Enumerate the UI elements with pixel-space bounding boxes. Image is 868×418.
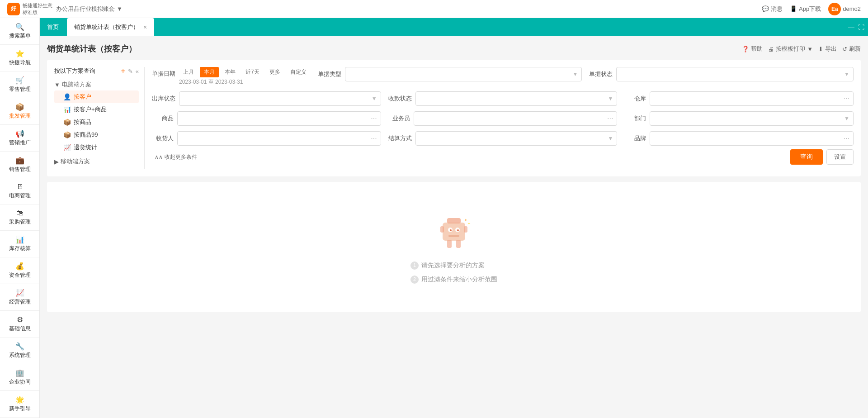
tab-bar: 首页 销货单统计表（按客户） × — ⛶ xyxy=(40,18,868,36)
tab-close-button[interactable]: × xyxy=(143,24,147,31)
guide-icon: 🌟 xyxy=(0,395,39,404)
tab-home[interactable]: 首页 xyxy=(40,18,66,36)
purchase-icon: 🛍 xyxy=(0,209,39,217)
query-button[interactable]: 查询 xyxy=(790,149,823,165)
sidebar-item-ecommerce[interactable]: 🖥 电商管理 xyxy=(0,178,39,204)
sidebar-item-wholesale[interactable]: 📦 批发管理 xyxy=(0,98,39,125)
out-status-arrow: ▼ xyxy=(372,95,377,102)
group-arrow-icon: ▼ xyxy=(54,81,60,88)
logo: 好 畅捷通好生意 标准版 xyxy=(7,2,52,15)
sidebar-item-operations[interactable]: 📈 经营管理 xyxy=(0,284,39,311)
page-header: 销货单统计表（按客户） ❓ 帮助 🖨 按模板打印 ▼ ⬇ xyxy=(47,43,861,54)
tab-minimize-button[interactable]: — xyxy=(848,24,854,31)
date-tab-last-month[interactable]: 上月 xyxy=(179,67,198,77)
settings-button[interactable]: 设置 xyxy=(826,149,854,165)
collapse-button[interactable]: ∧∧ 收起更多条件 xyxy=(152,151,200,164)
tab-active[interactable]: 销货单统计表（按客户） × xyxy=(67,18,154,36)
sidebar-item-search[interactable]: 🔍 搜索菜单 xyxy=(0,18,39,45)
refresh-button[interactable]: ↺ 刷新 xyxy=(842,45,861,53)
svg-point-5 xyxy=(457,229,459,231)
breadcrumb-selector[interactable]: 办公用品行业模拟账套 ▼ xyxy=(56,5,123,13)
sidebar-item-guide[interactable]: 🌟 新手引导 xyxy=(0,391,39,418)
sidebar-item-marketing[interactable]: 📢 营销推广 xyxy=(0,125,39,152)
help-icon: ❓ xyxy=(742,46,749,52)
payment-select[interactable]: ▼ xyxy=(415,131,618,146)
product-dots: ··· xyxy=(371,114,377,123)
department-filter: 部门 ▼ xyxy=(624,111,854,126)
date-tab-more[interactable]: 更多 xyxy=(265,67,284,77)
help-button[interactable]: ❓ 帮助 xyxy=(742,45,763,53)
inventory-icon: 📊 xyxy=(0,235,39,244)
warehouse-dots: ··· xyxy=(844,95,849,103)
brand-select[interactable]: ··· xyxy=(650,131,854,146)
brand-filter: 品牌 ··· xyxy=(624,131,854,146)
sidebar-item-enterprise[interactable]: 🏢 企业协同 xyxy=(0,364,39,391)
sidebar-item-purchase[interactable]: 🛍 采购管理 xyxy=(0,204,39,231)
sidebar-item-inventory[interactable]: 📊 库存核算 xyxy=(0,231,39,257)
page-content: 销货单统计表（按客户） ❓ 帮助 🖨 按模板打印 ▼ ⬇ xyxy=(40,36,868,418)
svg-text:✦: ✦ xyxy=(467,222,471,226)
scheme-collapse-button[interactable]: « xyxy=(136,68,139,75)
message-icon: 💬 xyxy=(762,5,769,12)
sidebar-item-basic[interactable]: ⚙ 基础信息 xyxy=(0,311,39,337)
salesperson-select[interactable]: ··· xyxy=(414,111,618,126)
brand-dots: ··· xyxy=(844,134,849,142)
warehouse-filter: 仓库 ··· xyxy=(624,91,854,106)
warehouse-select[interactable]: ··· xyxy=(650,91,854,106)
scheme-item-return-stats[interactable]: 📈 退货统计 xyxy=(54,141,139,154)
consignee-select[interactable]: ··· xyxy=(177,131,381,146)
order-type-select[interactable]: ▼ xyxy=(345,67,582,81)
order-status-filter: 单据状态 ▼ xyxy=(589,67,854,81)
export-button[interactable]: ⬇ 导出 xyxy=(818,45,837,53)
operations-icon: 📈 xyxy=(0,289,39,297)
receipt-status-select[interactable]: ▼ xyxy=(415,91,618,106)
product-select[interactable]: ··· xyxy=(177,111,381,126)
print-arrow: ▼ xyxy=(807,46,813,52)
order-status-select[interactable]: ▼ xyxy=(616,67,854,81)
date-tab-this-month[interactable]: 本月 xyxy=(200,67,219,77)
download-icon: 📱 xyxy=(790,5,797,12)
ecommerce-icon: 🖥 xyxy=(0,183,39,191)
department-select[interactable]: ▼ xyxy=(650,111,854,126)
date-tab-this-year[interactable]: 本年 xyxy=(221,67,240,77)
order-status-arrow: ▼ xyxy=(844,71,849,77)
scheme-group-desktop-title[interactable]: ▼ 电脑端方案 xyxy=(54,79,139,90)
scheme-item-by-customer-product[interactable]: 📊 按客户+商品 xyxy=(54,103,139,116)
message-button[interactable]: 💬 消息 xyxy=(762,5,783,13)
sidebar-item-finance[interactable]: 💰 资金管理 xyxy=(0,257,39,284)
date-filter: 单据日期 上月 本月 本年 近7天 更多 自定义 xyxy=(152,67,311,86)
out-status-select[interactable]: ▼ xyxy=(179,91,381,106)
product-icon: 📦 xyxy=(63,119,71,126)
product99-icon: 📦 xyxy=(63,131,71,138)
scheme-group-mobile-title[interactable]: ▶ 移动端方案 xyxy=(54,156,139,167)
scheme-edit-button[interactable]: ✎ xyxy=(128,68,133,75)
logo-icon: 好 xyxy=(7,3,20,15)
svg-rect-0 xyxy=(443,223,465,241)
app-download-button[interactable]: 📱 App下载 xyxy=(790,5,821,13)
tab-maximize-button[interactable]: ⛶ xyxy=(858,24,864,31)
date-tab-custom[interactable]: 自定义 xyxy=(286,67,311,77)
scheme-sidebar: 按以下方案查询 + ✎ « ▼ xyxy=(54,67,145,169)
sidebar-item-sales[interactable]: 💼 销售管理 xyxy=(0,152,39,178)
date-tab-7days[interactable]: 近7天 xyxy=(241,67,264,77)
receipt-status-arrow: ▼ xyxy=(608,95,613,102)
empty-tips: 1 请先选择要分析的方案 2 用过滤条件来缩小分析范围 xyxy=(410,260,497,285)
scheme-header: 按以下方案查询 + ✎ « xyxy=(54,67,139,75)
print-button[interactable]: 🖨 按模板打印 ▼ xyxy=(768,45,813,53)
scheme-item-by-product[interactable]: 📦 按商品 xyxy=(54,116,139,128)
payment-filter: 结算方式 ▼ xyxy=(388,131,618,146)
search-icon: 🔍 xyxy=(0,23,39,31)
sidebar-item-system[interactable]: 🔧 系统管理 xyxy=(0,337,39,364)
enterprise-icon: 🏢 xyxy=(0,369,39,377)
collapse-up-icon: ∧∧ xyxy=(155,154,163,160)
scheme-item-by-product99[interactable]: 📦 按商品99 xyxy=(54,128,139,141)
scheme-header-actions: + ✎ « xyxy=(121,67,139,75)
mobile-group-arrow-icon: ▶ xyxy=(54,158,59,165)
user-menu-button[interactable]: Ea demo2 xyxy=(828,3,861,15)
sidebar-item-retail[interactable]: 🛒 零售管理 xyxy=(0,71,39,98)
scheme-item-by-customer[interactable]: 👤 按客户 xyxy=(54,90,139,103)
scheme-add-button[interactable]: + xyxy=(121,67,125,75)
export-icon: ⬇ xyxy=(818,46,823,52)
order-type-filter: 单据类型 ▼ xyxy=(318,67,582,81)
sidebar-item-quick-nav[interactable]: ⭐ 快捷导航 xyxy=(0,45,39,71)
